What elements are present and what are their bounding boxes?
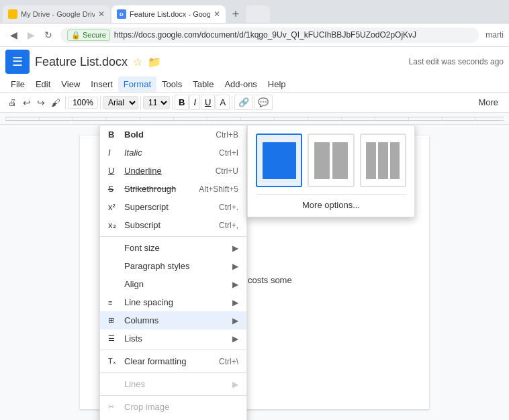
format-lists[interactable]: ☰ Lists ▶ [100,329,246,348]
clear-icon: Tₓ [108,357,122,366]
lines-arrow: ▶ [232,380,238,389]
new-tab-btn[interactable]: + [227,5,244,23]
secure-badge: 🔒 Secure [67,30,110,41]
format-italic[interactable]: I Italic Ctrl+I [100,144,246,162]
toolbar-separator4 [172,96,173,109]
col-option-2[interactable] [308,134,354,187]
link-btn[interactable]: 🔗 [234,95,253,110]
format-line-spacing[interactable]: ≡ Line spacing ▶ [100,293,246,311]
italic-btn[interactable]: I [189,95,200,110]
columns-icon: ⊞ [108,316,122,325]
italic-icon: I [108,148,122,158]
user-profile: marti [485,30,504,40]
last-edit-text: Last edit was seconds ago [409,57,504,66]
tab-bar: My Drive - Google Drive ✕ D Feature List… [0,0,509,23]
format-bold[interactable]: B Bold Ctrl+B [100,125,246,144]
menu-insert[interactable]: Insert [85,76,118,92]
app-title-row: ☰ Feature List.docx ☆ 📁 Last edit was se… [0,47,509,76]
format-superscript[interactable]: x² Superscript Ctrl+. [100,198,246,216]
paint-format-btn[interactable]: 🖌 [48,95,63,110]
more-btn[interactable]: More [473,95,504,109]
menu-table[interactable]: Table [187,76,219,92]
align-arrow: ▶ [232,280,238,289]
back-btn[interactable]: ◀ [5,27,21,43]
app: ☰ Feature List.docx ☆ 📁 Last edit was se… [0,47,509,420]
redo-btn[interactable]: ↪ [34,95,48,110]
crop-icon: ✂ [108,403,122,411]
more-options-label: More options... [302,200,360,210]
bold-btn[interactable]: B [175,95,189,110]
more-options-btn[interactable]: More options... [256,194,406,217]
zoom-display[interactable]: 100% [68,97,98,109]
col-option-3[interactable] [360,134,406,187]
tab-docs[interactable]: D Feature List.docx - Google... ✕ [111,5,226,23]
inactive-tab[interactable] [246,5,270,23]
line-spacing-label: Line spacing [124,297,230,307]
format-clear[interactable]: Tₓ Clear formatting Ctrl+\ [100,352,246,370]
ruler [0,113,509,125]
toolbar-separator3 [140,96,141,109]
print-btn[interactable]: 🖨 [5,95,19,109]
menu-addons[interactable]: Add-ons [219,76,262,92]
columns-submenu: More options... [247,125,415,217]
format-columns[interactable]: ⊞ Columns ▶ [100,311,246,329]
font-selector[interactable]: Arial [103,96,138,109]
format-strikethrough[interactable]: S̶ Strikethrough Alt+Shift+5 [100,180,246,198]
format-dropdown: B Bold Ctrl+B I Italic Ctrl+I U Underlin… [99,125,247,420]
menu-format[interactable]: Format [118,76,156,92]
superscript-shortcut: Ctrl+. [219,203,238,212]
underline-btn[interactable]: U [201,95,215,110]
format-lines: Lines ▶ [100,375,246,393]
format-image-options: Image options... [100,416,246,420]
url-input[interactable] [114,30,472,40]
superscript-label: Superscript [124,202,216,212]
tab-drive[interactable]: My Drive - Google Drive ✕ [3,5,110,23]
app-menu-icon[interactable]: ☰ [5,50,30,74]
underline-shortcut: Ctrl+U [216,166,238,176]
forward-btn[interactable]: ▶ [23,27,39,43]
format-font-size[interactable]: Font size ▶ [100,239,246,257]
bold-label: Bold [124,129,213,140]
menu-divider4 [100,395,246,396]
doc-area: Feature List. •Info osite / page er, Ema… [0,125,509,420]
strikethrough-label: Strikethrough [124,184,196,194]
font-size-label: Font size [124,243,230,253]
col-option-1[interactable] [256,134,302,187]
refresh-btn[interactable]: ↻ [40,27,56,43]
menu-help[interactable]: Help [263,76,291,92]
font-size-selector[interactable]: 11 [143,96,170,109]
font-color-btn[interactable]: A [216,95,230,110]
menu-file[interactable]: File [5,76,30,92]
format-subscript[interactable]: x₂ Subscript Ctrl+, [100,216,246,234]
bold-shortcut: Ctrl+B [216,130,238,140]
doc-title: Feature List.docx [35,55,128,69]
menu-tools[interactable]: Tools [156,76,187,92]
para-styles-arrow: ▶ [232,262,238,271]
toolbar-separator1 [65,96,66,109]
clear-shortcut: Ctrl+\ [219,357,238,366]
underline-icon: U [108,166,122,176]
superscript-icon: x² [108,202,122,212]
italic-label: Italic [124,148,216,158]
menu-edit[interactable]: Edit [30,76,56,92]
font-size-arrow: ▶ [232,244,238,253]
star-icon[interactable]: ☆ [133,56,142,68]
comment-btn[interactable]: 💬 [254,95,273,110]
tab-docs-close[interactable]: ✕ [214,9,220,19]
format-paragraph-styles[interactable]: Paragraph styles ▶ [100,257,246,275]
format-crop-image: ✂ Crop image [100,398,246,416]
bold-icon: B [108,129,122,140]
toolbar: 🖨 ↩ ↪ 🖌 100% Arial 11 B I U A 🔗 💬 More [0,93,509,113]
format-align[interactable]: Align ▶ [100,275,246,293]
undo-btn[interactable]: ↩ [20,95,34,110]
tab-drive-close[interactable]: ✕ [98,9,105,19]
menu-divider2 [100,350,246,350]
strikethrough-icon: S̶ [108,184,122,194]
folder-icon[interactable]: 📁 [148,56,161,68]
subscript-icon: x₂ [108,220,122,230]
menu-view[interactable]: View [56,76,85,92]
format-underline[interactable]: U Underline Ctrl+U [100,162,246,180]
address-bar: ◀ ▶ ↻ 🔒 Secure marti [0,23,509,47]
tab-docs-label: Feature List.docx - Google... [130,10,210,18]
menu-divider3 [100,372,246,373]
